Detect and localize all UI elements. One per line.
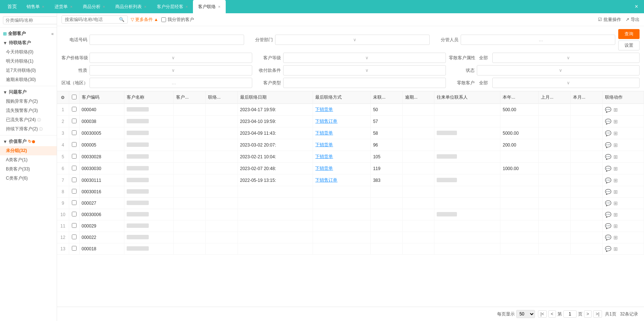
grid-action-icon[interactable]: ⊞ bbox=[613, 189, 618, 195]
row-checkbox[interactable] bbox=[72, 166, 77, 170]
row-checkbox[interactable] bbox=[72, 189, 77, 194]
tab-close-product-analysis[interactable]: × bbox=[103, 4, 105, 9]
contact-way-link[interactable]: 下销货单 bbox=[315, 154, 333, 159]
message-icon[interactable]: 💬 bbox=[605, 212, 611, 218]
grid-action-icon[interactable]: ⊞ bbox=[613, 130, 618, 136]
group-problem-customers[interactable]: ▼ 问题客户 bbox=[0, 88, 57, 97]
contact-way-link[interactable]: 下销货单 bbox=[315, 142, 333, 147]
row-checkbox[interactable] bbox=[72, 223, 77, 228]
status-select[interactable]: ∨ bbox=[477, 65, 640, 75]
grid-action-icon[interactable]: ⊞ bbox=[613, 177, 618, 183]
tab-close-purchase[interactable]: × bbox=[70, 4, 72, 9]
retail-attr-select[interactable]: ∨ bbox=[492, 53, 640, 63]
sidebar-item-tomorrow-contact[interactable]: 明天待联络(1) bbox=[0, 57, 57, 66]
message-icon[interactable]: 💬 bbox=[605, 234, 611, 240]
close-all-tabs-button[interactable]: × bbox=[632, 3, 641, 10]
page-size-select[interactable]: 50 100 200 bbox=[516, 310, 535, 318]
row-checkbox[interactable] bbox=[72, 107, 77, 112]
cust-type-select[interactable] bbox=[283, 78, 446, 88]
tab-close-product-list[interactable]: × bbox=[144, 4, 146, 9]
grid-action-icon[interactable]: ⊞ bbox=[613, 154, 618, 160]
sidebar-item-today-contact[interactable]: 今天待联络(0) bbox=[0, 47, 57, 57]
grid-action-icon[interactable]: ⊞ bbox=[613, 212, 618, 218]
row-checkbox-cell[interactable] bbox=[69, 116, 79, 127]
row-checkbox-cell[interactable] bbox=[69, 127, 79, 139]
refresh-icon[interactable]: ↻ bbox=[28, 139, 31, 144]
last-contact-way[interactable] bbox=[313, 198, 371, 209]
more-conditions-button[interactable]: ▽ 更多条件 ▲ bbox=[131, 17, 158, 23]
message-icon[interactable]: 💬 bbox=[605, 189, 611, 195]
tab-customer-contact[interactable]: 客户联络 × bbox=[193, 0, 225, 13]
table-select-all-col[interactable] bbox=[69, 91, 79, 104]
prev-page-button[interactable]: < bbox=[548, 310, 556, 318]
row-checkbox[interactable] bbox=[72, 212, 77, 216]
grid-action-icon[interactable]: ⊞ bbox=[613, 234, 618, 240]
customer-level-select[interactable]: ∨ bbox=[283, 53, 446, 63]
last-contact-way[interactable]: 下销货单 bbox=[313, 163, 371, 174]
sidebar-item-class-b[interactable]: B类客户(33) bbox=[0, 165, 57, 174]
contact-way-link[interactable]: 下销售订单 bbox=[315, 119, 337, 124]
row-checkbox-cell[interactable] bbox=[69, 174, 79, 186]
page-number-input[interactable] bbox=[563, 310, 577, 318]
grid-action-icon[interactable]: ⊞ bbox=[613, 142, 618, 148]
phone-input[interactable] bbox=[89, 35, 244, 45]
grid-action-icon[interactable]: ⊞ bbox=[613, 200, 618, 206]
row-checkbox-cell[interactable] bbox=[69, 151, 79, 163]
tab-purchase[interactable]: 进货单 × bbox=[49, 0, 77, 13]
grid-action-icon[interactable]: ⊞ bbox=[613, 223, 618, 229]
row-checkbox[interactable] bbox=[72, 177, 77, 182]
message-icon[interactable]: 💬 bbox=[605, 200, 611, 206]
row-checkbox-cell[interactable] bbox=[69, 243, 79, 255]
last-contact-way[interactable] bbox=[313, 232, 371, 243]
row-checkbox[interactable] bbox=[72, 246, 77, 251]
query-button[interactable]: 查询 bbox=[618, 29, 640, 39]
grid-action-icon[interactable]: ⊞ bbox=[613, 166, 618, 172]
last-contact-way[interactable]: 下销货单 bbox=[313, 127, 371, 139]
row-checkbox[interactable] bbox=[72, 234, 77, 239]
sidebar-collapse-icon[interactable]: « bbox=[51, 31, 54, 36]
row-checkbox-cell[interactable] bbox=[69, 139, 79, 151]
my-customers-filter[interactable]: 我分管的客户 bbox=[161, 17, 194, 23]
message-icon[interactable]: 💬 bbox=[605, 154, 611, 160]
search-icon[interactable]: 🔍 bbox=[119, 17, 124, 22]
last-contact-way[interactable] bbox=[313, 209, 371, 221]
tab-product-analysis[interactable]: 商品分析 × bbox=[78, 0, 110, 13]
payment-select[interactable]: ∨ bbox=[283, 65, 446, 75]
sidebar-item-ungrouped[interactable]: 未分组(32) bbox=[0, 146, 57, 155]
sidebar-item-hoard-abnormal[interactable]: 囤购异常客户(2) bbox=[0, 97, 57, 106]
message-icon[interactable]: 💬 bbox=[605, 130, 611, 136]
retail-cust-select[interactable]: ∨ bbox=[492, 78, 640, 88]
row-checkbox-cell[interactable] bbox=[69, 198, 79, 209]
all-customers-header[interactable]: ⊞ 全部客户 « bbox=[0, 28, 57, 38]
message-icon[interactable]: 💬 bbox=[605, 177, 611, 183]
sidebar-item-7day-contact[interactable]: 近7天待联络(0) bbox=[0, 66, 57, 75]
message-icon[interactable]: 💬 bbox=[605, 107, 611, 113]
group-pending-contact[interactable]: ▼ 待联络客户 bbox=[0, 38, 57, 47]
row-checkbox[interactable] bbox=[72, 154, 77, 159]
sidebar-item-churn-warning[interactable]: 流失预警客户(3) bbox=[0, 106, 57, 115]
reset-button[interactable]: 设置 bbox=[618, 40, 640, 50]
row-checkbox[interactable] bbox=[72, 142, 77, 147]
my-customers-checkbox[interactable] bbox=[161, 17, 166, 22]
tab-home[interactable]: 首页 bbox=[3, 3, 21, 10]
sidebar-search-input[interactable] bbox=[3, 16, 57, 24]
tab-product-list[interactable]: 商品分析列表 × bbox=[110, 0, 151, 13]
contact-way-link[interactable]: 下销货单 bbox=[315, 166, 333, 171]
grid-action-icon[interactable]: ⊞ bbox=[613, 246, 618, 252]
person-select[interactable]: … bbox=[461, 35, 615, 45]
message-icon[interactable]: 💬 bbox=[605, 223, 611, 229]
region-select[interactable]: … bbox=[89, 78, 252, 88]
row-checkbox[interactable] bbox=[72, 130, 77, 135]
sidebar-item-overdue-contact[interactable]: 逾期未联络(30) bbox=[0, 75, 57, 84]
row-checkbox-cell[interactable] bbox=[69, 232, 79, 243]
message-icon[interactable]: 💬 bbox=[605, 142, 611, 148]
sidebar-item-class-a[interactable]: A类客户(1) bbox=[0, 155, 57, 165]
tab-close-customer-contact[interactable]: × bbox=[218, 4, 220, 9]
grid-action-icon[interactable]: ⊞ bbox=[613, 119, 618, 124]
dept-select[interactable]: ∨ bbox=[275, 35, 430, 45]
first-page-button[interactable]: |< bbox=[538, 310, 547, 318]
group-value-customers[interactable]: ▼ 价值客户 ↻ bbox=[0, 137, 57, 146]
next-page-button[interactable]: > bbox=[584, 310, 592, 318]
row-checkbox-cell[interactable] bbox=[69, 186, 79, 198]
last-page-button[interactable]: >| bbox=[593, 310, 602, 318]
